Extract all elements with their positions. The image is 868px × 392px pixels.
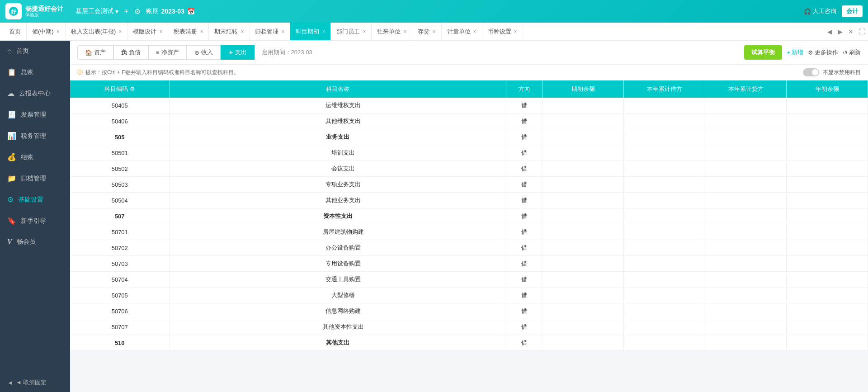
close-icon[interactable]: × xyxy=(514,28,517,35)
sub-tab-net-asset[interactable]: ≡ 净资产 xyxy=(148,45,187,60)
cell-ytd-debit[interactable] xyxy=(624,335,705,351)
cell-ytd-credit[interactable] xyxy=(705,98,787,113)
table-row[interactable]: 50406 其他维权支出 借 xyxy=(70,113,868,129)
table-row[interactable]: 50704 交通工具购置 借 xyxy=(70,272,868,288)
table-row[interactable]: 50707 其他资本性支出 借 xyxy=(70,319,868,335)
table-row[interactable]: 50703 专用设备购置 借 xyxy=(70,256,868,272)
table-row[interactable]: 50706 信息网络购建 借 xyxy=(70,303,868,319)
cell-year-balance[interactable] xyxy=(787,303,868,319)
sidebar-item-invoice[interactable]: 🧾 发票管理 xyxy=(0,104,70,125)
account-button[interactable]: 会计 xyxy=(842,5,863,17)
cell-ytd-credit[interactable] xyxy=(705,129,787,145)
close-icon[interactable]: × xyxy=(241,28,244,35)
sidebar-item-reports[interactable]: ☁ 云报表中心 xyxy=(0,83,70,104)
cell-ytd-debit[interactable] xyxy=(624,113,705,129)
tab-period-end[interactable]: 期末结转 × xyxy=(209,23,250,40)
cell-ytd-debit[interactable] xyxy=(624,193,705,208)
table-row[interactable]: 50504 其他业务支出 借 xyxy=(70,193,868,208)
table-row[interactable]: 50701 房屋建筑物购建 借 xyxy=(70,224,868,240)
cell-year-balance[interactable] xyxy=(787,113,868,129)
calendar-icon[interactable]: 📅 xyxy=(187,8,195,15)
cell-ytd-credit[interactable] xyxy=(705,240,787,256)
close-icon[interactable]: × xyxy=(118,28,122,35)
cell-ytd-credit[interactable] xyxy=(705,303,787,319)
add-company-button[interactable]: + xyxy=(124,7,129,15)
close-icon[interactable]: × xyxy=(57,28,60,35)
tab-scroll-right-button[interactable]: ▶ xyxy=(835,28,845,35)
cell-year-balance[interactable] xyxy=(787,319,868,335)
cell-year-balance[interactable] xyxy=(787,272,868,288)
sidebar-item-guide[interactable]: 🔖 新手引导 xyxy=(0,210,70,231)
refresh-button[interactable]: ↺ 刷新 xyxy=(843,48,861,57)
cell-ytd-debit[interactable] xyxy=(624,224,705,240)
cell-period-balance[interactable] xyxy=(542,98,624,113)
cell-year-balance[interactable] xyxy=(787,240,868,256)
tab-partner[interactable]: 往来单位 × xyxy=(372,23,412,40)
cell-year-balance[interactable] xyxy=(787,145,868,161)
cell-ytd-credit[interactable] xyxy=(705,208,787,224)
table-row[interactable]: 50502 会议支出 借 xyxy=(70,161,868,177)
cell-period-balance[interactable] xyxy=(542,145,624,161)
table-row[interactable]: 510 其他支出 借 xyxy=(70,335,868,351)
tab-tax[interactable]: 税表清册 × xyxy=(168,23,209,40)
cell-ytd-debit[interactable] xyxy=(624,256,705,272)
tab-archive[interactable]: 归档管理 × xyxy=(250,23,290,40)
cell-ytd-debit[interactable] xyxy=(624,161,705,177)
sidebar-item-home[interactable]: ⌂ 首页 xyxy=(0,41,70,61)
cell-ytd-credit[interactable] xyxy=(705,224,787,240)
table-row[interactable]: 50503 专项业务支出 借 xyxy=(70,177,868,193)
tab-maximize-button[interactable]: ⛶ xyxy=(856,28,868,35)
cell-year-balance[interactable] xyxy=(787,98,868,113)
cell-ytd-credit[interactable] xyxy=(705,288,787,303)
support-button[interactable]: 🎧 人工咨询 xyxy=(804,7,836,15)
cell-year-balance[interactable] xyxy=(787,224,868,240)
close-icon[interactable]: × xyxy=(473,28,476,35)
calc-balance-button[interactable]: 试算平衡 xyxy=(744,45,782,60)
cell-ytd-credit[interactable] xyxy=(705,161,787,177)
disabled-toggle[interactable] xyxy=(803,68,819,76)
close-icon[interactable]: × xyxy=(432,28,435,35)
cell-ytd-credit[interactable] xyxy=(705,335,787,351)
cell-ytd-credit[interactable] xyxy=(705,319,787,335)
tab-close-all-button[interactable]: ✕ xyxy=(845,28,856,35)
cell-period-balance[interactable] xyxy=(542,288,624,303)
table-row[interactable]: 50501 培训支出 借 xyxy=(70,145,868,161)
tab-dept[interactable]: 部门员工 × xyxy=(331,23,372,40)
cell-period-balance[interactable] xyxy=(542,240,624,256)
sub-tab-income[interactable]: ⊕ 收入 xyxy=(187,45,221,60)
cell-ytd-credit[interactable] xyxy=(705,177,787,193)
cell-period-balance[interactable] xyxy=(542,161,624,177)
sub-tab-expense[interactable]: ✈ 支出 xyxy=(221,45,255,60)
cell-period-balance[interactable] xyxy=(542,193,624,208)
sidebar-item-archive[interactable]: 📁 归档管理 xyxy=(0,168,70,189)
table-row[interactable]: 505 业务支出 借 xyxy=(70,129,868,145)
cell-ytd-debit[interactable] xyxy=(624,240,705,256)
cell-period-balance[interactable] xyxy=(542,256,624,272)
cell-period-balance[interactable] xyxy=(542,335,624,351)
cell-period-balance[interactable] xyxy=(542,272,624,288)
company-selector[interactable]: 基层工会测试 ▾ xyxy=(75,7,118,15)
sidebar-item-ledger[interactable]: 📋 总账 xyxy=(0,61,70,83)
cell-ytd-debit[interactable] xyxy=(624,208,705,224)
more-actions-button[interactable]: ⚙ 更多操作 xyxy=(808,48,838,57)
tab-subject-period[interactable]: 科目期初 × xyxy=(290,23,331,40)
cell-ytd-credit[interactable] xyxy=(705,113,787,129)
cell-year-balance[interactable] xyxy=(787,208,868,224)
table-row[interactable]: 507 资本性支出 借 xyxy=(70,208,868,224)
cell-year-balance[interactable] xyxy=(787,177,868,193)
close-icon[interactable]: × xyxy=(281,28,284,35)
cell-period-balance[interactable] xyxy=(542,224,624,240)
cell-ytd-debit[interactable] xyxy=(624,319,705,335)
cell-year-balance[interactable] xyxy=(787,256,868,272)
cell-ytd-debit[interactable] xyxy=(624,145,705,161)
cell-ytd-credit[interactable] xyxy=(705,256,787,272)
sub-tab-asset[interactable]: 🏠 资产 xyxy=(77,45,113,60)
tab-currency[interactable]: 币种设置 × xyxy=(482,23,523,40)
tab-scroll-left-button[interactable]: ◀ xyxy=(825,28,835,35)
tab-interim[interactable]: 侦(中期) × xyxy=(27,23,66,40)
cell-period-balance[interactable] xyxy=(542,208,624,224)
close-icon[interactable]: × xyxy=(200,28,203,35)
cell-ytd-credit[interactable] xyxy=(705,272,787,288)
cell-ytd-debit[interactable] xyxy=(624,288,705,303)
tab-income-year[interactable]: 收入支出表(年报) × xyxy=(66,23,128,40)
